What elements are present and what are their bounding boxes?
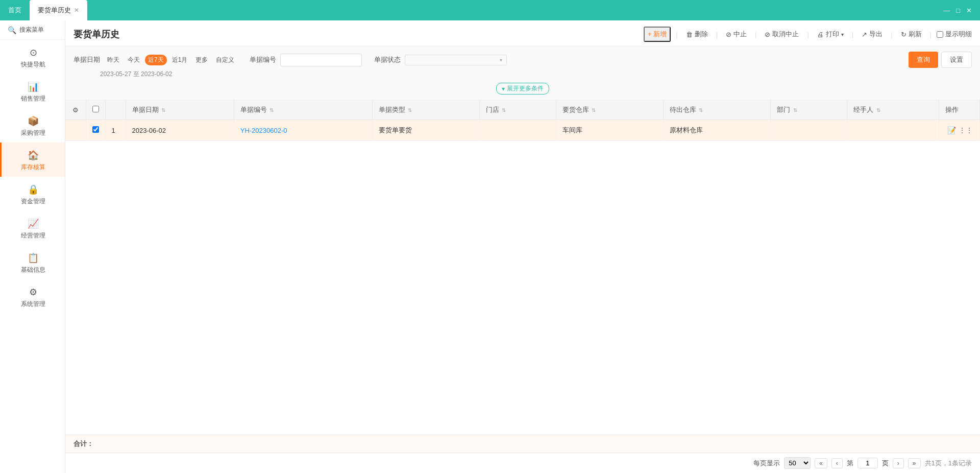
- system-icon: ⚙: [29, 287, 37, 298]
- department-sort-icon[interactable]: ⇅: [793, 107, 797, 113]
- first-page-button[interactable]: «: [815, 458, 827, 468]
- row-more-button[interactable]: ⋮⋮: [960, 124, 972, 136]
- stop-button[interactable]: ⊘ 中止: [723, 28, 750, 41]
- tab-order-history[interactable]: 要货单历史 ✕: [30, 0, 87, 20]
- new-button[interactable]: + 新增: [644, 27, 671, 42]
- print-label: 打印: [826, 30, 839, 39]
- query-button[interactable]: 查询: [909, 52, 938, 68]
- display-cell-button[interactable]: 显示明细: [937, 30, 972, 39]
- page-header: 要货单历史 + 新增 | 🗑 删除 | ⊘ 中止 | ⊘ 取消中止 |: [65, 20, 980, 46]
- col-date-label: 单据日期: [132, 106, 159, 113]
- content-area: 要货单历史 + 新增 | 🗑 删除 | ⊘ 中止 | ⊘ 取消中止 |: [65, 20, 980, 473]
- filter-row-1: 单据日期 昨天 今天 近7天 近1月 更多 自定义 单据编号: [74, 52, 972, 68]
- window-actions: — □ ✕: [943, 7, 980, 14]
- yesterday-shortcut[interactable]: 昨天: [104, 55, 122, 65]
- col-department: 部门 ⇅: [771, 100, 847, 120]
- select-all-checkbox[interactable]: [92, 106, 99, 112]
- minimize-button[interactable]: —: [943, 7, 950, 14]
- tab-home[interactable]: 首页: [0, 0, 30, 20]
- date-range-display: 2023-05-27 至 2023-06-02: [100, 70, 972, 79]
- tab-bar: 首页 要货单历史 ✕: [0, 0, 943, 20]
- table-footer: 合计：: [65, 435, 980, 453]
- cancel-stop-button[interactable]: ⊘ 取消中止: [762, 28, 802, 41]
- date-sort-icon[interactable]: ⇅: [161, 107, 165, 113]
- order-no-filter-label: 单据编号: [250, 55, 276, 64]
- col-handler-label: 经手人: [853, 106, 873, 113]
- display-cell-checkbox[interactable]: [937, 31, 943, 38]
- expand-down-icon: ▾: [502, 85, 505, 92]
- prev-page-button[interactable]: ‹: [831, 458, 843, 468]
- stop-label: 中止: [733, 30, 747, 39]
- sidebar-item-purchase[interactable]: 📦 采购管理: [0, 108, 65, 143]
- sidebar-item-sales[interactable]: 📊 销售管理: [0, 74, 65, 108]
- table-settings-icon[interactable]: ⚙: [72, 106, 79, 114]
- sidebar-item-label: 快捷导航: [21, 60, 45, 69]
- col-order-no-label: 单据编号: [240, 106, 267, 113]
- export-button[interactable]: ↗ 导出: [859, 28, 886, 41]
- next-page-button[interactable]: ›: [893, 458, 904, 468]
- store-sort-icon[interactable]: ⇅: [502, 107, 506, 113]
- expand-more-button[interactable]: ▾ 展开更多条件: [496, 83, 549, 94]
- row-pending-warehouse: 原材料仓库: [663, 120, 770, 141]
- row-operations-col: 📝 ⋮⋮: [939, 120, 980, 141]
- row-edit-button[interactable]: 📝: [945, 124, 958, 136]
- more-shortcut[interactable]: 更多: [192, 55, 211, 65]
- order-no-filter-group: 单据编号: [250, 54, 362, 66]
- sidebar-item-quick-nav[interactable]: ⊙ 快捷导航: [0, 40, 65, 74]
- filter-area: 单据日期 昨天 今天 近7天 近1月 更多 自定义 单据编号: [65, 46, 980, 100]
- last-page-button[interactable]: »: [908, 458, 921, 468]
- custom-shortcut[interactable]: 自定义: [213, 55, 237, 65]
- order-no-input[interactable]: [280, 54, 362, 66]
- total-label: 合计：: [74, 439, 93, 448]
- delete-icon: 🗑: [686, 31, 693, 38]
- total-info: 共1页，1条记录: [925, 459, 972, 468]
- delete-button[interactable]: 🗑 删除: [683, 28, 711, 41]
- req-warehouse-sort-icon[interactable]: ⇅: [592, 107, 596, 113]
- expand-more-area: ▾ 展开更多条件: [74, 83, 972, 94]
- refresh-icon: ↻: [901, 31, 906, 38]
- order-no-link[interactable]: YH-20230602-0: [240, 127, 287, 134]
- table-container: ⚙ 单据日期 ⇅ 单据编号 ⇅: [65, 100, 980, 435]
- order-type-sort-icon[interactable]: ⇅: [408, 107, 412, 113]
- page-number-input[interactable]: [857, 458, 878, 468]
- row-index: 1: [105, 120, 126, 141]
- print-dropdown-icon: ▾: [841, 32, 844, 37]
- status-filter-group: 单据状态 ▾: [374, 55, 507, 65]
- pending-warehouse-sort-icon[interactable]: ⇅: [699, 107, 703, 113]
- sidebar-item-label: 销售管理: [21, 94, 45, 103]
- sidebar-item-finance[interactable]: 🔒 资金管理: [0, 177, 65, 211]
- close-button[interactable]: ✕: [966, 7, 972, 14]
- date-filter-label: 单据日期: [74, 55, 100, 64]
- tab-close-icon[interactable]: ✕: [74, 7, 79, 14]
- sidebar-item-system[interactable]: ⚙ 系统管理: [0, 279, 65, 314]
- order-no-sort-icon[interactable]: ⇅: [270, 107, 274, 113]
- sidebar-item-label: 资金管理: [21, 197, 45, 206]
- recent7-shortcut[interactable]: 近7天: [145, 55, 167, 65]
- print-button[interactable]: 🖨 打印 ▾: [814, 28, 847, 41]
- sidebar-item-operation[interactable]: 📈 经营管理: [0, 211, 65, 245]
- status-select[interactable]: ▾: [405, 55, 507, 65]
- handler-sort-icon[interactable]: ⇅: [876, 107, 880, 113]
- sidebar-search[interactable]: 🔍 搜索菜单: [0, 20, 65, 40]
- page-size-select[interactable]: 50 10 20 100: [784, 457, 811, 469]
- row-order-type: 要货单要货: [372, 120, 479, 141]
- tab-order-history-label: 要货单历史: [38, 6, 71, 15]
- recent-month-shortcut[interactable]: 近1月: [169, 55, 191, 65]
- col-operations: 操作: [939, 100, 980, 120]
- delete-label: 删除: [695, 30, 708, 39]
- refresh-button[interactable]: ↻ 刷新: [898, 28, 925, 41]
- export-icon: ↗: [862, 31, 867, 38]
- row-date: 2023-06-02: [126, 120, 234, 141]
- col-pending-warehouse-label: 待出仓库: [670, 106, 696, 113]
- settings-filter-button[interactable]: 设置: [941, 52, 972, 68]
- today-shortcut[interactable]: 今天: [125, 55, 143, 65]
- sidebar-item-basic-info[interactable]: 📋 基础信息: [0, 245, 65, 279]
- row-checkbox[interactable]: [92, 126, 99, 133]
- sidebar-item-label: 经营管理: [21, 231, 45, 240]
- sidebar-item-inventory[interactable]: 🏠 库存核算: [0, 143, 65, 177]
- sidebar-item-label: 库存核算: [21, 163, 45, 172]
- status-filter-label: 单据状态: [374, 55, 401, 64]
- col-department-label: 部门: [777, 106, 790, 113]
- row-req-warehouse: 车间库: [556, 120, 663, 141]
- maximize-button[interactable]: □: [956, 7, 960, 14]
